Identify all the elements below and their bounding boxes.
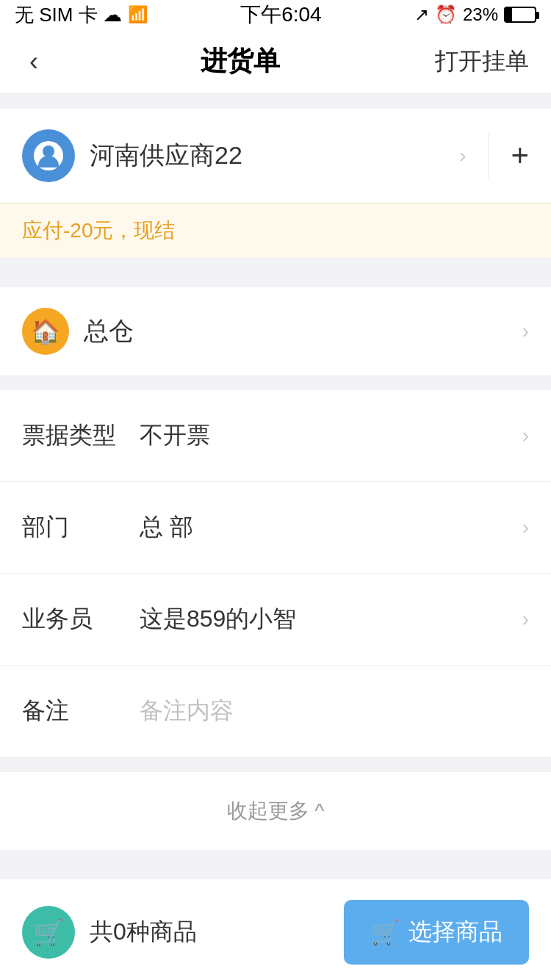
supplier-name: 河南供应商22 bbox=[90, 139, 459, 173]
supplier-row[interactable]: 河南供应商22 › + bbox=[0, 109, 551, 203]
notice-text: 应付-20元，现结 bbox=[22, 219, 175, 242]
sales-value: 这是859的小智 bbox=[140, 603, 522, 635]
dept-value: 总 部 bbox=[140, 511, 522, 544]
status-time: 下午6:04 bbox=[240, 1, 322, 29]
dept-label: 部门 bbox=[22, 511, 125, 544]
nav-bar: ‹ 进货单 打开挂单 bbox=[0, 29, 551, 94]
select-btn-label: 选择商品 bbox=[408, 916, 503, 948]
battery-label: 23% bbox=[463, 4, 498, 25]
invoice-type-row[interactable]: 票据类型 不开票 › bbox=[0, 390, 551, 482]
dept-row[interactable]: 部门 总 部 › bbox=[0, 482, 551, 574]
status-right: ↗ ⏰ 23% bbox=[414, 4, 536, 25]
bottom-bar: 🛒 共0种商品 🛒 选择商品 bbox=[0, 879, 551, 980]
product-icon-wrap: 🛒 bbox=[22, 906, 75, 959]
warehouse-chevron-icon: › bbox=[522, 320, 529, 343]
status-bar: 无 SIM 卡 ☁ 📶 下午6:04 ↗ ⏰ 23% bbox=[0, 0, 551, 29]
invoice-value: 不开票 bbox=[140, 419, 522, 452]
sales-chevron-icon: › bbox=[522, 608, 529, 631]
warehouse-name: 总仓 bbox=[84, 314, 522, 348]
remark-value[interactable]: 备注内容 bbox=[140, 695, 529, 727]
back-button[interactable]: ‹ bbox=[22, 39, 46, 84]
house-icon: 🏠 bbox=[31, 317, 60, 345]
product-cart-icon: 🛒 bbox=[33, 918, 64, 947]
product-count: 共0种商品 bbox=[90, 916, 329, 948]
page-title: 进货单 bbox=[201, 43, 280, 79]
select-product-button[interactable]: 🛒 选择商品 bbox=[344, 900, 529, 965]
alarm-icon: ⏰ bbox=[435, 4, 457, 25]
open-pending-button[interactable]: 打开挂单 bbox=[435, 46, 529, 78]
supplier-divider bbox=[488, 134, 489, 178]
invoice-label: 票据类型 bbox=[22, 419, 125, 452]
wifi-icon: 📶 bbox=[128, 5, 148, 24]
supplier-section: 河南供应商22 › + 应付-20元，现结 bbox=[0, 109, 551, 258]
battery-icon bbox=[504, 7, 536, 23]
select-btn-icon: 🛒 bbox=[370, 918, 400, 946]
avatar-icon bbox=[34, 141, 63, 170]
location-icon: ↗ bbox=[414, 4, 429, 25]
status-left: 无 SIM 卡 ☁ 📶 bbox=[15, 2, 148, 28]
dept-chevron-icon: › bbox=[522, 516, 529, 539]
collapse-label: 收起更多 ^ bbox=[227, 799, 325, 822]
supplier-chevron-icon: › bbox=[459, 144, 466, 167]
warehouse-icon: 🏠 bbox=[22, 308, 69, 355]
supplier-avatar bbox=[22, 129, 75, 182]
collapse-button[interactable]: 收起更多 ^ bbox=[0, 771, 551, 850]
section-gap-2 bbox=[0, 258, 551, 273]
notice-bar: 应付-20元，现结 bbox=[0, 203, 551, 258]
section-gap-3 bbox=[0, 850, 551, 865]
remark-label: 备注 bbox=[22, 695, 125, 727]
salesperson-row[interactable]: 业务员 这是859的小智 › bbox=[0, 574, 551, 666]
sim-label: 无 SIM 卡 ☁ bbox=[15, 2, 122, 28]
invoice-chevron-icon: › bbox=[522, 424, 529, 447]
warehouse-row[interactable]: 🏠 总仓 › bbox=[0, 287, 551, 375]
section-gap-1 bbox=[0, 94, 551, 109]
remark-row[interactable]: 备注 备注内容 bbox=[0, 666, 551, 757]
add-supplier-button[interactable]: + bbox=[511, 138, 529, 173]
form-section: 票据类型 不开票 › 部门 总 部 › 业务员 这是859的小智 › 备注 备注… bbox=[0, 390, 551, 757]
sales-label: 业务员 bbox=[22, 603, 125, 635]
